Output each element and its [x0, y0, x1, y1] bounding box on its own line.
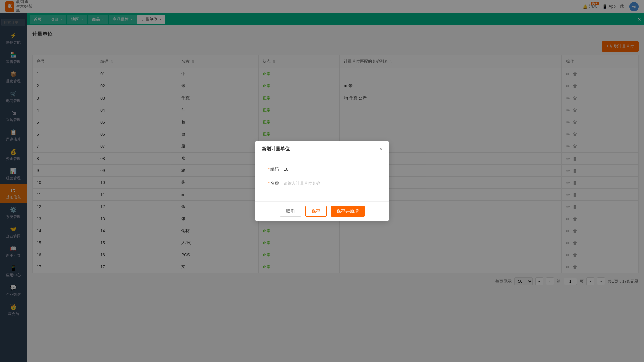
modal-body: *编码 *名称 [255, 157, 389, 201]
form-row-name: *名称 [262, 179, 382, 187]
save-and-new-button[interactable]: 保存并新增 [331, 206, 365, 217]
code-input[interactable] [282, 165, 382, 173]
modal-header: 新增计量单位 × [255, 141, 389, 157]
name-label: *名称 [262, 180, 282, 186]
code-label: *编码 [262, 166, 282, 172]
modal-title: 新增计量单位 [262, 146, 290, 152]
modal-footer: 取消 保存 保存并新增 [255, 201, 389, 221]
save-button[interactable]: 保存 [305, 206, 327, 217]
unit-name-input[interactable] [282, 179, 382, 187]
add-unit-modal: 新增计量单位 × *编码 *名称 取消 保存 保存并新增 [255, 141, 389, 221]
modal-close-button[interactable]: × [379, 146, 382, 152]
modal-overlay[interactable]: 新增计量单位 × *编码 *名称 取消 保存 保存并新增 [0, 0, 644, 362]
cancel-button[interactable]: 取消 [280, 206, 301, 217]
form-row-code: *编码 [262, 165, 382, 173]
